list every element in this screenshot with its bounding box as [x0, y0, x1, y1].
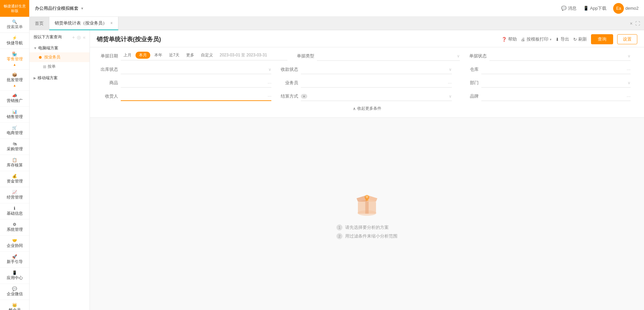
active-dot-icon: [39, 56, 42, 59]
department-dropdown-icon[interactable]: ∨: [628, 81, 631, 85]
sidebar-item-marketing[interactable]: 📣 营销推广: [0, 91, 29, 107]
refresh-btn[interactable]: ↻ 刷新: [573, 36, 587, 42]
collapse-panel-icon[interactable]: «: [83, 35, 86, 40]
app-download-btn[interactable]: 📱 App下载: [583, 5, 606, 11]
warehouse-field[interactable]: ···: [481, 65, 631, 74]
outstatus-label: 出库状态: [97, 66, 121, 72]
message-btn[interactable]: 💬 消息: [561, 5, 577, 11]
by-order-scheme-item[interactable]: ⊞ 按单: [30, 62, 90, 71]
doctype-field[interactable]: ∨: [317, 51, 460, 61]
receiptstatus-dropdown-icon[interactable]: ∨: [449, 67, 452, 72]
svg-rect-6: [365, 202, 369, 214]
receiver-label: 收货人: [97, 93, 121, 99]
date-range-display: 2023-03-01 至 2023-03-31: [220, 52, 267, 58]
this-year-btn[interactable]: 本年: [152, 52, 165, 59]
sidebar-item-ecommerce[interactable]: 🛒 电商管理: [0, 123, 29, 139]
outstatus-dropdown-icon[interactable]: ∨: [268, 67, 271, 72]
operations-label: 经营管理: [1, 195, 28, 200]
print-btn[interactable]: 🖨 按模板打印 ▾: [521, 36, 551, 42]
tip-2-text: 用过滤条件来缩小分析范围: [345, 233, 397, 239]
close-window-icon[interactable]: ×: [630, 21, 633, 26]
appcenter-icon: 📱: [1, 270, 28, 275]
settings-btn[interactable]: 设置: [617, 34, 637, 44]
edit-scheme-icon[interactable]: ◎: [77, 35, 81, 40]
department-label: 部门: [457, 80, 481, 86]
header-dropdown-icon[interactable]: ▾: [81, 6, 83, 11]
message-icon: 💬: [561, 6, 567, 11]
docstatus-field[interactable]: ∨: [489, 51, 631, 61]
maximize-window-icon[interactable]: ⛶: [635, 21, 640, 26]
sidebar-item-sales[interactable]: 📊 销售管理: [0, 107, 29, 123]
receiptstatus-field[interactable]: ∨: [301, 65, 451, 74]
query-btn[interactable]: 查询: [591, 34, 613, 44]
tab-sales-stat[interactable]: 销货单统计表（按业务员） ×: [49, 17, 118, 30]
more-date-btn[interactable]: 更多: [183, 52, 197, 59]
svg-point-10: [367, 197, 368, 197]
sidebar-item-appcenter[interactable]: 📱 应用中心: [0, 268, 29, 284]
sidebar-item-system[interactable]: ⚙ 系统管理: [0, 219, 29, 236]
doctype-dropdown-icon[interactable]: ∨: [457, 54, 460, 58]
sidebar-item-quicknav[interactable]: ⚡ 快捷导航: [0, 33, 29, 49]
mobile-group-label: 移动端方案: [38, 75, 58, 81]
last-month-btn[interactable]: 上月: [121, 52, 134, 59]
page-title-bar: 销货单统计表(按业务员) ❓ 帮助 🖨 按模板打印 ▾ ⬇ 导出: [90, 30, 644, 47]
docstatus-label: 单据状态: [465, 53, 489, 59]
collapse-filter-btn[interactable]: ∧ 收起更多条件: [97, 104, 637, 113]
department-field[interactable]: ∨: [481, 78, 631, 88]
receiver-dots-icon[interactable]: ···: [268, 93, 272, 99]
wechat-label: 企业微信: [1, 291, 28, 297]
export-btn[interactable]: ⬇ 导出: [555, 36, 569, 42]
collapse-arrow-icon: ∧: [353, 106, 356, 111]
sidebar-item-wholesale[interactable]: 📦 批发管理 ▲: [0, 70, 29, 91]
this-month-btn[interactable]: 本月: [136, 52, 150, 59]
brand-field[interactable]: ···: [481, 92, 631, 101]
settlement-field[interactable]: × ∨: [301, 92, 451, 101]
sidebar-item-inventory[interactable]: 📋 库存核算: [0, 155, 29, 171]
right-content: 销货单统计表(按业务员) ❓ 帮助 🖨 按模板打印 ▾ ⬇ 导出: [90, 30, 644, 310]
salesperson-scheme-item[interactable]: 按业务员: [30, 52, 90, 62]
sidebar-item-retail[interactable]: 🏪 零售管理 ▲: [0, 49, 29, 70]
sidebar-item-purchase[interactable]: 🛍 采购管理: [0, 139, 29, 155]
settlement-tag-close-icon[interactable]: ×: [303, 94, 305, 98]
sidebar-search[interactable]: 🔍 搜索菜单: [0, 17, 29, 33]
product-field[interactable]: ···: [121, 78, 271, 88]
system-icon: ⚙: [1, 222, 28, 227]
mobile-group-header[interactable]: ▶ 移动端方案: [30, 74, 90, 82]
tab-close-btn[interactable]: ×: [110, 21, 113, 25]
outstatus-field[interactable]: ∨: [121, 65, 271, 74]
print-label: 按模板打印: [527, 36, 548, 42]
salesperson-field[interactable]: ···: [301, 78, 451, 88]
sidebar-item-finance[interactable]: 💰 资金管理: [0, 171, 29, 187]
settlement-tag[interactable]: ×: [301, 94, 307, 99]
help-btn[interactable]: ❓ 帮助: [501, 36, 517, 42]
add-scheme-icon[interactable]: +: [72, 35, 75, 40]
page-content: 按以下方案查询 + ◎ « ▼ 电脑端方案 按业务员 ⊞ 按单: [30, 30, 644, 310]
user-avatar-btn[interactable]: Ea demo2: [613, 3, 639, 14]
vip-label: 畅会员: [1, 307, 28, 310]
salesperson-dots-icon[interactable]: ···: [448, 80, 452, 86]
inventory-label: 库存核算: [1, 162, 28, 168]
operations-icon: 📈: [1, 190, 28, 195]
tab-home[interactable]: 首页: [30, 17, 49, 30]
tab-window-controls: × ⛶: [626, 21, 644, 26]
receiver-field[interactable]: ···: [121, 92, 271, 101]
sidebar-item-basicinfo[interactable]: ℹ 基础信息: [0, 203, 29, 219]
sidebar-item-operations[interactable]: 📈 经营管理: [0, 187, 29, 203]
sidebar-item-wechat[interactable]: 💬 企业微信: [0, 284, 29, 300]
logo-text: 畅捷通好生意 标版: [1, 4, 28, 13]
desktop-group-header[interactable]: ▼ 电脑端方案: [30, 44, 90, 52]
left-panel-actions: + ◎ «: [72, 35, 86, 40]
last7-btn[interactable]: 近7天: [166, 52, 182, 59]
print-dropdown-icon[interactable]: ▾: [550, 38, 551, 41]
sidebar-item-vip[interactable]: 👑 畅会员: [0, 300, 29, 310]
sidebar-item-newguide[interactable]: 🚀 新手引导: [0, 252, 29, 268]
sidebar-item-collab[interactable]: 🤝 企业协同: [0, 236, 29, 252]
warehouse-dots-icon[interactable]: ···: [627, 67, 631, 72]
settlement-label: 结算方式: [277, 93, 301, 99]
settlement-dropdown-icon[interactable]: ∨: [449, 94, 452, 99]
docstatus-dropdown-icon[interactable]: ∨: [628, 54, 631, 58]
quicknav-icon: ⚡: [1, 36, 28, 40]
brand-dots-icon[interactable]: ···: [627, 94, 631, 99]
custom-date-btn[interactable]: 自定义: [198, 52, 216, 59]
product-dots-icon[interactable]: ···: [268, 80, 272, 86]
